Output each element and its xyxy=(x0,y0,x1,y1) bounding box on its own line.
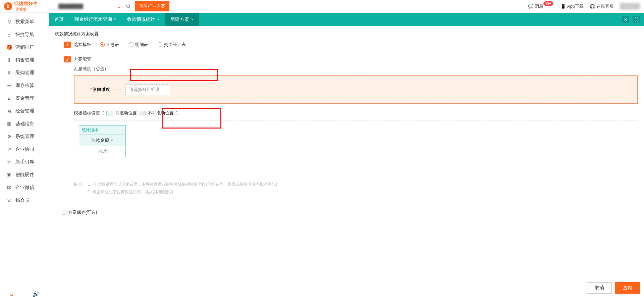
step-1-badge: 1 xyxy=(64,42,71,48)
brand-edition: 标准版 xyxy=(15,7,38,12)
sidebar-item-1[interactable]: ⌂快捷导航 xyxy=(0,28,49,41)
sidebar-item-7[interactable]: 🗎经营管理 xyxy=(0,105,49,117)
sidebar-label: 库存核算 xyxy=(15,83,34,89)
tab-label: 收款情况统计 xyxy=(127,16,155,22)
support-link[interactable]: 🎧 在线客服 xyxy=(590,3,614,9)
gear-icon[interactable]: ⚙ xyxy=(126,3,130,9)
tab-0[interactable]: 首页 xyxy=(49,13,69,26)
logo-icon: b xyxy=(4,2,12,10)
fullscreen-icon[interactable]: ⛶ xyxy=(633,16,640,23)
query-button[interactable]: 查询 xyxy=(615,282,640,294)
sidebar-label: 智能硬件 xyxy=(15,172,34,178)
radio-icon xyxy=(100,42,105,47)
sidebar-item-11[interactable]: ☆新手引导 xyxy=(0,156,49,168)
topbar-right: 💬 消息 99+ 📱 App下载 🎧 在线客服 xyxy=(528,3,640,10)
metric-card[interactable]: 统计指标 收款金额 ▾ 合计 xyxy=(79,125,126,157)
user-avatar[interactable] xyxy=(620,3,640,10)
step-1-row: 1 选择模板 汇总表明细表交叉统计表 xyxy=(64,42,638,48)
radio-icon xyxy=(158,42,162,47)
sidebar-item-4[interactable]: ⇩采购管理 xyxy=(0,66,49,79)
step-2-row: 2 方案配置 xyxy=(64,56,638,62)
tab-3[interactable]: 新建方案× xyxy=(165,13,199,26)
radio-label: 汇总表 xyxy=(106,42,119,48)
save-plan-row[interactable]: 方案保存(可选) xyxy=(62,209,638,215)
summary-dim-title: 汇总维度（必选） xyxy=(74,66,638,72)
tips-head: 提示： xyxy=(74,181,86,188)
step-1-label: 选择模板 xyxy=(74,42,91,48)
support-label: 在线客服 xyxy=(596,3,614,9)
sidebar-item-10[interactable]: ↗企业协同 xyxy=(0,143,49,156)
sidebar-icon: ✉ xyxy=(6,185,12,191)
trial-industry-button[interactable]: 体验行业方案 xyxy=(135,1,169,11)
sidebar-item-5[interactable]: ☰库存核算 xyxy=(0,79,49,92)
chevron-down-icon[interactable]: ⌄ xyxy=(117,3,121,9)
close-all-tabs-icon[interactable]: ✕ xyxy=(622,16,629,23)
draggable-swatch xyxy=(106,111,113,115)
template-radio-0[interactable]: 汇总表 xyxy=(100,42,119,48)
nondraggable-swatch xyxy=(139,111,146,115)
sidebar-icon: ⇩ xyxy=(6,70,12,76)
sidebar-label: 销售管理 xyxy=(15,57,34,63)
messages-label: 消息 xyxy=(535,3,543,9)
sidebar-label: 企业协同 xyxy=(15,146,34,152)
messages-link[interactable]: 💬 消息 99+ xyxy=(528,3,554,9)
sidebar: ⚲搜索菜单⌂快捷导航🎁营销推广⇧销售管理⇩采购管理☰库存核算¥资金管理🗎经营管理… xyxy=(0,13,49,297)
app-download-label: App下载 xyxy=(567,3,584,9)
sidebar-icon: ⚲ xyxy=(6,19,12,25)
cancel-button[interactable]: 取消 xyxy=(587,282,612,294)
sidebar-item-14[interactable]: V畅会员 xyxy=(0,194,49,207)
close-icon[interactable]: × xyxy=(191,17,194,22)
tip-1: 拖动标题栏可以调整布局，不可跨维度或指标区域拖动栏目字段(只能在同一维度或指标区… xyxy=(93,181,277,188)
sidebar-item-0[interactable]: ⚲搜索菜单 xyxy=(0,15,49,28)
sidebar-item-2[interactable]: 🎁营销推广 xyxy=(0,41,49,54)
metric-header: 统计指标 xyxy=(79,126,125,135)
sidebar-item-8[interactable]: ▦基础信息 xyxy=(0,117,49,130)
sidebar-label: 企业微信 xyxy=(15,185,34,191)
brand-logo: b 畅捷通好生 标准版 xyxy=(4,1,48,12)
metric-total-row[interactable]: 合计 xyxy=(79,146,125,157)
headset-icon: 🎧 xyxy=(590,4,595,9)
tab-2[interactable]: 收款情况统计× xyxy=(122,13,165,26)
tabs-bar: 首页现金银行流水查询×收款情况统计×新建方案× ✕ ⛶ xyxy=(49,13,644,26)
save-plan-checkbox[interactable] xyxy=(62,210,66,215)
sidebar-bottom-icons: ⌂ 🔊 xyxy=(0,291,49,297)
sound-icon[interactable]: 🔊 xyxy=(33,291,39,297)
template-radio-2[interactable]: 交叉统计表 xyxy=(158,42,186,48)
sidebar-icon: ⇧ xyxy=(6,57,12,63)
radio-label: 明细表 xyxy=(135,42,148,48)
tab-label: 新建方案 xyxy=(170,16,189,22)
top-bar: b 畅捷通好生 标准版 ████████ ⌄ ⚙ 体验行业方案 💬 消息 99+… xyxy=(0,0,644,13)
metric-amount-row[interactable]: 收款金额 ▾ xyxy=(79,135,125,146)
tip-2: 点击标题栏下拉可设置排序、插入列和删除列 xyxy=(93,188,173,196)
sidebar-item-12[interactable]: ▣智能硬件 xyxy=(0,168,49,181)
sidebar-icon: ⚙ xyxy=(6,134,12,140)
footer-buttons: 取消 查询 xyxy=(587,279,640,297)
template-radio-group: 汇总表明细表交叉统计表 xyxy=(100,42,186,48)
tab-label: 首页 xyxy=(54,16,64,22)
vertical-dim-selector[interactable]: 请选择分组维度 xyxy=(125,84,170,95)
vertical-dim-label: *纵向维度 xyxy=(90,87,110,93)
template-radio-1[interactable]: 明细表 xyxy=(129,42,148,48)
radio-label: 交叉统计表 xyxy=(164,42,186,48)
tab-1[interactable]: 现金银行流水查询× xyxy=(69,13,122,26)
sidebar-item-13[interactable]: ✉企业微信 xyxy=(0,181,49,194)
legend-nondraggable-label: 不可拖动位置 xyxy=(148,110,174,116)
app-download-link[interactable]: 📱 App下载 xyxy=(560,3,584,9)
sidebar-item-6[interactable]: ¥资金管理 xyxy=(0,92,49,105)
main-area: 首页现金银行流水查询×收款情况统计×新建方案× ✕ ⛶ 收款情况统计方案设置 1… xyxy=(49,13,644,297)
sidebar-label: 系统管理 xyxy=(15,134,34,140)
content-pane: 收款情况统计方案设置 1 选择模板 汇总表明细表交叉统计表 2 方案配置 汇总维… xyxy=(49,26,644,297)
sidebar-item-9[interactable]: ⚙系统管理 xyxy=(0,130,49,143)
sidebar-label: 经营管理 xyxy=(15,108,34,114)
chevron-down-icon[interactable]: ▾ xyxy=(111,138,113,143)
sidebar-label: 快捷导航 xyxy=(15,32,34,38)
close-icon[interactable]: × xyxy=(157,17,160,22)
sidebar-label: 畅会员 xyxy=(15,197,30,203)
home-icon[interactable]: ⌂ xyxy=(10,291,13,297)
sidebar-item-3[interactable]: ⇧销售管理 xyxy=(0,54,49,66)
config-area: 汇总维度（必选） *纵向维度 请选择分组维度 模板指标设定（ 可拖动位置 不可拖… xyxy=(74,66,638,196)
company-selector[interactable]: ████████ xyxy=(58,4,83,9)
sidebar-icon: ▣ xyxy=(6,172,12,178)
sidebar-label: 采购管理 xyxy=(15,70,34,76)
close-icon[interactable]: × xyxy=(114,17,116,22)
